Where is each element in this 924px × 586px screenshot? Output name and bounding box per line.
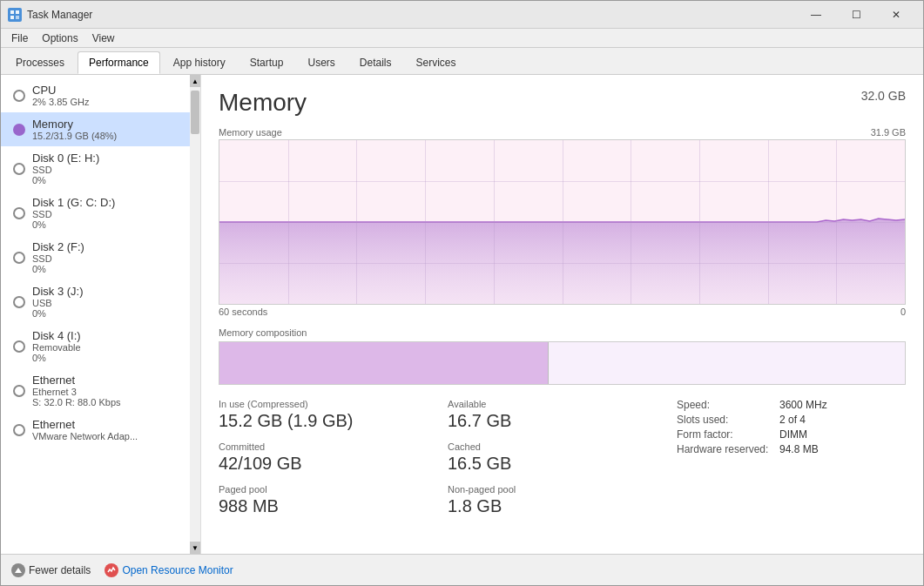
disk0-type: SSD bbox=[32, 165, 190, 175]
tab-app-history[interactable]: App history bbox=[162, 51, 237, 74]
chart-grid bbox=[219, 140, 905, 304]
usage-chart-section: Memory usage 31.9 GB bbox=[219, 127, 906, 317]
tab-bar: Processes Performance App history Startu… bbox=[1, 48, 923, 75]
cached-group: Cached 16.5 GB bbox=[448, 441, 677, 474]
menu-options[interactable]: Options bbox=[35, 30, 84, 46]
disk0-label: Disk 0 (E: H:) bbox=[32, 152, 190, 165]
paged-label: Paged pool bbox=[219, 484, 448, 495]
disk3-stat: 0% bbox=[32, 308, 190, 319]
time-end: 0 bbox=[900, 306, 906, 317]
disk3-type: USB bbox=[32, 298, 190, 308]
tab-details[interactable]: Details bbox=[348, 51, 403, 74]
tab-performance[interactable]: Performance bbox=[78, 51, 160, 74]
grid-v5 bbox=[563, 140, 563, 304]
memory-indicator bbox=[13, 124, 25, 136]
eth2-detail: VMware Network Adap... bbox=[32, 431, 190, 441]
task-manager-window: Task Manager — ☐ ✕ File Options View Pro… bbox=[0, 0, 924, 586]
grid-v9 bbox=[836, 140, 837, 304]
title-bar-left: Task Manager bbox=[8, 8, 92, 22]
eth1-detail: Ethernet 3 bbox=[32, 387, 190, 397]
slots-row: Slots used: 2 of 4 bbox=[677, 414, 906, 426]
sidebar-item-disk2[interactable]: Disk 2 (F:) SSD 0% bbox=[1, 235, 200, 280]
sidebar-scrollbar[interactable]: ▲ ▼ bbox=[190, 75, 200, 554]
committed-label: Committed bbox=[219, 441, 448, 452]
tab-services[interactable]: Services bbox=[405, 51, 468, 74]
stats-col2: Available 16.7 GB Cached 16.5 GB Non-pag… bbox=[448, 399, 677, 516]
scroll-down-button[interactable]: ▼ bbox=[190, 542, 200, 554]
comp-used-segment bbox=[219, 342, 549, 384]
sidebar-item-cpu[interactable]: CPU 2% 3.85 GHz bbox=[1, 78, 200, 112]
sidebar-item-disk3[interactable]: Disk 3 (J:) USB 0% bbox=[1, 280, 200, 324]
resource-monitor-link[interactable]: Open Resource Monitor bbox=[122, 564, 233, 576]
disk3-indicator bbox=[13, 296, 25, 308]
disk0-indicator bbox=[13, 163, 25, 175]
main-panel: Memory 32.0 GB Memory usage 31.9 GB bbox=[201, 75, 923, 554]
stats-col1: In use (Compressed) 15.2 GB (1.9 GB) Com… bbox=[219, 399, 448, 516]
chart-max: 31.9 GB bbox=[871, 127, 906, 138]
eth2-indicator bbox=[13, 424, 25, 436]
eth1-label: Ethernet bbox=[32, 374, 190, 387]
form-row: Form factor: DIMM bbox=[677, 428, 906, 441]
composition-bar bbox=[219, 341, 906, 385]
cached-label: Cached bbox=[448, 441, 677, 452]
eth2-label: Ethernet bbox=[32, 418, 190, 431]
sidebar-item-disk0[interactable]: Disk 0 (E: H:) SSD 0% bbox=[1, 146, 200, 191]
menu-view[interactable]: View bbox=[85, 30, 122, 46]
resource-monitor-icon bbox=[105, 563, 118, 577]
memory-header: Memory 32.0 GB bbox=[219, 89, 906, 117]
tab-processes[interactable]: Processes bbox=[4, 51, 76, 74]
grid-v3 bbox=[425, 140, 426, 304]
fewer-details-label: Fewer details bbox=[29, 564, 91, 576]
fewer-details-icon bbox=[11, 563, 25, 577]
close-button[interactable]: ✕ bbox=[876, 1, 916, 29]
menu-file[interactable]: File bbox=[4, 30, 35, 46]
window-title: Task Manager bbox=[27, 9, 92, 21]
svg-rect-0 bbox=[10, 10, 14, 14]
committed-group: Committed 42/109 GB bbox=[219, 441, 448, 474]
cpu-detail: 2% 3.85 GHz bbox=[32, 97, 190, 107]
sidebar-item-disk4[interactable]: Disk 4 (I:) Removable 0% bbox=[1, 324, 200, 368]
grid-v2 bbox=[356, 140, 357, 304]
minimize-button[interactable]: — bbox=[796, 1, 836, 29]
grid-v6 bbox=[631, 140, 631, 304]
memory-usage-chart bbox=[219, 139, 906, 305]
maximize-button[interactable]: ☐ bbox=[836, 1, 876, 29]
disk1-indicator bbox=[13, 207, 25, 219]
sidebar-item-memory[interactable]: Memory 15.2/31.9 GB (48%) bbox=[1, 112, 200, 146]
memory-label: Memory bbox=[32, 118, 190, 131]
stats-info-grid: In use (Compressed) 15.2 GB (1.9 GB) Com… bbox=[219, 399, 906, 516]
cpu-indicator bbox=[13, 90, 25, 102]
open-resource-monitor-button[interactable]: Open Resource Monitor bbox=[105, 563, 233, 577]
sidebar-item-ethernet2[interactable]: Ethernet VMware Network Adap... bbox=[1, 413, 200, 447]
speed-key: Speed: bbox=[677, 399, 772, 411]
hw-reserved-key: Hardware reserved: bbox=[677, 443, 772, 455]
grid-v8 bbox=[768, 140, 769, 304]
in-use-group: In use (Compressed) 15.2 GB (1.9 GB) bbox=[219, 399, 448, 431]
time-labels: 60 seconds 0 bbox=[219, 306, 906, 317]
fewer-details-button[interactable]: Fewer details bbox=[11, 563, 91, 577]
sidebar: CPU 2% 3.85 GHz Memory 15.2/31.9 GB (48%… bbox=[1, 75, 201, 554]
form-val: DIMM bbox=[779, 428, 807, 441]
slots-key: Slots used: bbox=[677, 414, 772, 426]
disk3-label: Disk 3 (J:) bbox=[32, 285, 190, 298]
usage-label: Memory usage bbox=[219, 127, 282, 138]
disk2-type: SSD bbox=[32, 253, 190, 264]
available-label: Available bbox=[448, 399, 677, 409]
scroll-up-button[interactable]: ▲ bbox=[190, 75, 200, 87]
composition-section: Memory composition bbox=[219, 327, 906, 385]
speed-row: Speed: 3600 MHz bbox=[677, 399, 906, 411]
tab-startup[interactable]: Startup bbox=[239, 51, 295, 74]
sidebar-item-disk1[interactable]: Disk 1 (G: C: D:) SSD 0% bbox=[1, 191, 200, 235]
memory-total: 32.0 GB bbox=[861, 89, 906, 103]
scroll-thumb[interactable] bbox=[191, 91, 199, 134]
eth1-stat: S: 32.0 R: 88.0 Kbps bbox=[32, 397, 190, 408]
sidebar-item-ethernet1[interactable]: Ethernet Ethernet 3 S: 32.0 R: 88.0 Kbps bbox=[1, 368, 200, 413]
memory-detail: 15.2/31.9 GB (48%) bbox=[32, 131, 190, 141]
disk2-label: Disk 2 (F:) bbox=[32, 240, 190, 253]
disk4-stat: 0% bbox=[32, 353, 190, 363]
disk1-stat: 0% bbox=[32, 219, 190, 230]
info-col: Speed: 3600 MHz Slots used: 2 of 4 Form … bbox=[677, 399, 906, 516]
non-paged-value: 1.8 GB bbox=[448, 496, 677, 516]
tab-users[interactable]: Users bbox=[296, 51, 346, 74]
sidebar-list: CPU 2% 3.85 GHz Memory 15.2/31.9 GB (48%… bbox=[1, 75, 200, 450]
